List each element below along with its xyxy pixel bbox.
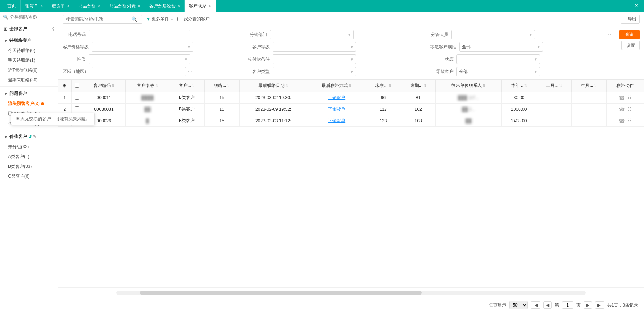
more-filters-button[interactable]: ▼ 更多条件 ▲ [146, 16, 174, 22]
contact-icon[interactable]: ☎ [619, 106, 625, 112]
sidebar-item-overdue[interactable]: 逾期未联络(30) [0, 75, 58, 85]
last-page-button[interactable]: ▶| [595, 301, 604, 309]
query-button[interactable]: 查询 [619, 30, 640, 39]
filter-input-phone[interactable] [89, 30, 190, 39]
sidebar-item-today[interactable]: 今天待联络(0) [0, 46, 58, 56]
cell-last-method: 下销货单 [307, 104, 366, 115]
filter-select-cust-grade[interactable]: ▼ [273, 42, 356, 52]
th-uncontact[interactable]: 未联... ⇅ [366, 80, 401, 92]
refresh-icon[interactable]: ↺ [28, 134, 32, 139]
settings-button[interactable]: 设置 [621, 41, 640, 50]
region-more-options[interactable]: ··· [186, 68, 194, 75]
tab-customer-tier[interactable]: 客户分层经营 × [145, 0, 185, 12]
close-icon[interactable]: × [178, 4, 180, 8]
first-page-button[interactable]: |◀ [531, 301, 540, 309]
more-options-button[interactable]: ··· [607, 31, 614, 38]
scrollbar-thumb[interactable] [140, 291, 422, 295]
sidebar-group-problem[interactable]: ▼ 问题客户 [0, 88, 58, 99]
next-page-button[interactable]: ▶ [584, 301, 592, 309]
close-icon[interactable]: × [67, 4, 69, 8]
tab-customer-contact[interactable]: 客户联系 × [185, 0, 216, 12]
th-last-date[interactable]: 最后联络日期 ⇅ [239, 80, 307, 92]
close-icon[interactable]: × [209, 4, 211, 8]
filter-select-retail-attr[interactable]: 全部 ▼ [459, 42, 543, 52]
row-checkbox[interactable] [75, 95, 79, 100]
close-icon[interactable]: × [138, 4, 140, 8]
last-method-link[interactable]: 下销货单 [328, 95, 345, 100]
sidebar-all-customers[interactable]: ⊞ 全部客户 《 [0, 23, 58, 35]
prev-page-button[interactable]: ◀ [543, 301, 552, 309]
th-last-method[interactable]: 最后联络方式 ⇅ [307, 80, 366, 92]
tab-home[interactable]: 首页 [3, 0, 21, 12]
page-number-input[interactable] [562, 301, 573, 309]
select-all-checkbox[interactable] [75, 83, 79, 88]
th-unit-contact[interactable]: 往来单位联系人 ⇅ [436, 80, 502, 92]
tab-sales[interactable]: 销货单 × [21, 0, 47, 12]
sort-icon: ⇅ [155, 84, 158, 88]
sidebar-item-ungrouped[interactable]: 未分组(32) [0, 142, 58, 152]
cell-last-method: 下销货单 [307, 92, 366, 104]
tab-product-list[interactable]: 商品分析列表 × [105, 0, 145, 12]
more-actions-icon[interactable]: ⠿ [628, 95, 631, 101]
th-contact[interactable]: 联络... ⇅ [204, 80, 239, 92]
sidebar-item-7days[interactable]: 近7天待联络(0) [0, 65, 58, 75]
sidebar-item-a-class[interactable]: A类客户(1) [0, 152, 58, 162]
close-icon[interactable]: × [40, 4, 43, 8]
row-checkbox[interactable] [75, 106, 79, 111]
th-last-month[interactable]: 上月... ⇅ [536, 80, 571, 92]
th-type[interactable]: 客户... ⇅ [169, 80, 204, 92]
filter-label-person: 分管人员 [425, 32, 451, 38]
my-customers-checkbox[interactable] [177, 17, 182, 21]
th-this-year[interactable]: 本年... ⇅ [502, 80, 536, 92]
page-size-select[interactable]: 50 100 [509, 301, 528, 309]
last-method-link[interactable]: 下销货单 [328, 106, 345, 112]
tab-product-analysis[interactable]: 商品分析 × [74, 0, 105, 12]
th-this-month[interactable]: 本月... ⇅ [571, 80, 606, 92]
filter-select-nature[interactable]: ▼ [89, 54, 190, 64]
sidebar-item-b-class[interactable]: B类客户(33) [0, 162, 58, 171]
filter-select-cust-type[interactable]: ▼ [273, 67, 356, 76]
sidebar-item-churn-warning[interactable]: 流失预警客户(3) [0, 99, 58, 109]
chevron-down-icon: ▼ [347, 33, 351, 37]
cell-last-date: 2023-03-02 10:30: [239, 92, 307, 104]
edit-icon[interactable]: ✎ [33, 134, 36, 139]
filter-field-person: 分管人员 ▼ [425, 30, 607, 39]
filter-select-person[interactable]: ▼ [451, 30, 535, 39]
filter-select-retail-cust[interactable]: 全部 ▼ [456, 67, 540, 76]
horizontal-scrollbar[interactable] [116, 291, 586, 295]
cell-this-month [571, 92, 606, 104]
export-button[interactable]: ↑ 导出 [621, 15, 640, 24]
tab-purchase[interactable]: 进货单 × [47, 0, 74, 12]
th-overdue[interactable]: 逾期... ⇅ [401, 80, 436, 92]
sidebar-search-input[interactable] [10, 15, 58, 20]
chevron-up-icon: ▲ [170, 17, 174, 21]
th-code[interactable]: 客户编码 ⇅ [82, 80, 126, 92]
more-actions-icon[interactable]: ⠿ [628, 118, 631, 124]
sidebar-group-pending[interactable]: ▼ 待联络客户 [0, 35, 58, 46]
cell-last-method: 下销货单 [307, 115, 366, 127]
gear-icon[interactable]: ⚙ [63, 83, 67, 88]
close-all-button[interactable]: × [632, 3, 641, 9]
more-actions-icon[interactable]: ⠿ [628, 106, 631, 112]
filter-select-status[interactable]: ▼ [456, 54, 540, 64]
contact-icon[interactable]: ☎ [619, 118, 625, 124]
collapse-icon[interactable]: 《 [50, 26, 54, 32]
filter-select-region[interactable] [92, 67, 186, 76]
my-customers-checkbox-label[interactable]: 我分管的客户 [177, 16, 210, 22]
last-method-link[interactable]: 下销货单 [328, 118, 345, 123]
search-input-wrap: 🔍 [63, 15, 142, 24]
total-records: 共1页，3条记录 [607, 302, 638, 308]
sidebar-item-c-class[interactable]: C类客户(6) [0, 171, 58, 181]
filter-select-payment[interactable]: ▼ [273, 54, 356, 64]
filter-select-price-grade[interactable]: ▼ [92, 42, 193, 52]
contact-icon[interactable]: ☎ [619, 95, 625, 101]
sidebar-item-tomorrow[interactable]: 明天待联络(1) [0, 56, 58, 65]
sort-icon: ⇅ [285, 84, 288, 88]
cell-this-year: 1000.00 [502, 104, 536, 115]
filter-select-dept[interactable]: ▼ [270, 30, 354, 39]
search-input[interactable] [66, 17, 131, 22]
close-icon[interactable]: × [98, 4, 100, 8]
search-icon[interactable]: 🔍 [131, 16, 137, 22]
sidebar-group-value[interactable]: ▼ 价值客户 ↺ ✎ [0, 131, 58, 142]
th-name[interactable]: 客户名称 ⇅ [126, 80, 169, 92]
